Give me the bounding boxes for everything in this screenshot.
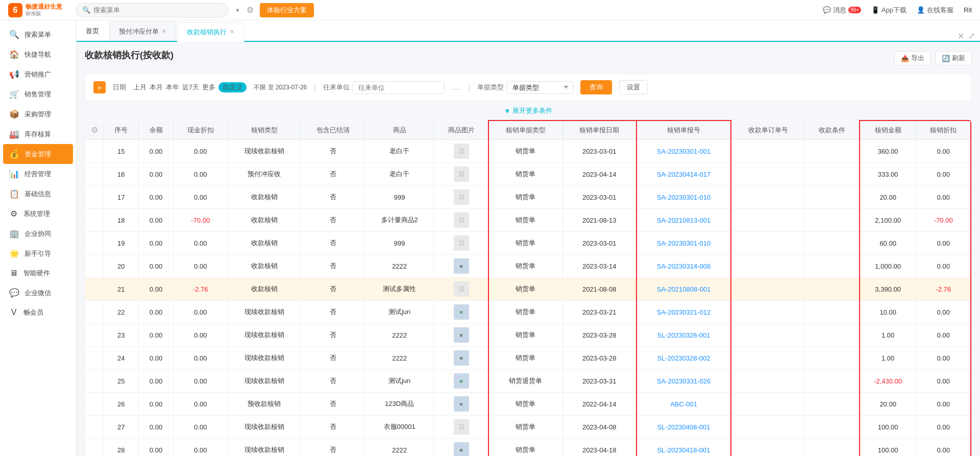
- sidebar-item-label: 采购管理: [24, 110, 51, 119]
- purchase-icon: 📦: [9, 109, 19, 119]
- goods-img-empty: 🖼: [454, 166, 469, 182]
- cell-settings: [85, 232, 104, 255]
- cell-verify-amount: 3,390.00: [860, 278, 916, 301]
- cell-balance: 0.00: [138, 232, 173, 255]
- tab-prepay-close[interactable]: ✕: [162, 28, 166, 35]
- cell-included-settled: 否: [301, 301, 365, 324]
- refresh-icon: 🔄: [942, 55, 950, 62]
- cell-verify-type: 现续收款核销: [228, 439, 301, 457]
- cell-verify-discount: 0.00: [916, 301, 971, 324]
- search-bar[interactable]: 🔍: [76, 3, 229, 17]
- cell-cash-discount: 0.00: [174, 439, 228, 457]
- cell-verify-bill-no[interactable]: SA-20230301-010: [636, 232, 731, 255]
- sidebar-item-hardware[interactable]: 🖥智能硬件: [0, 263, 76, 283]
- online-service-btn[interactable]: 👤 在线客服: [917, 6, 953, 15]
- sidebar-item-finance[interactable]: 💰资金管理: [3, 144, 73, 164]
- cell-verify-bill-no[interactable]: SA-20230321-012: [636, 301, 731, 324]
- cell-verify-bill-date: 2023-03-14: [562, 255, 636, 278]
- cell-goods-img: ■: [434, 370, 488, 393]
- cell-verify-bill-no[interactable]: SL-20230328-001: [636, 324, 731, 347]
- cell-verify-type: 现续收款核销: [228, 301, 301, 324]
- cell-verify-bill-no[interactable]: SA-20230331-026: [636, 370, 731, 393]
- cell-verify-bill-no[interactable]: SA-20230414-017: [636, 163, 731, 186]
- cell-goods-img: 🖼: [434, 232, 488, 255]
- cell-verify-bill-no[interactable]: SL-20230328-002: [636, 347, 731, 370]
- cell-receipt-order-no: [731, 140, 805, 163]
- cell-receipt-condition: [805, 324, 860, 347]
- cell-included-settled: 否: [301, 232, 365, 255]
- export-btn[interactable]: 📤 导出: [894, 51, 931, 65]
- sidebar-item-marketing[interactable]: 📢营销推广: [0, 64, 76, 84]
- sidebar-item-guide[interactable]: 🌟新手引导: [0, 244, 76, 263]
- sidebar-item-sales[interactable]: 🛒销售管理: [0, 84, 76, 104]
- tab-prepay[interactable]: 预付冲应付单 ✕: [109, 21, 176, 41]
- cell-seq: 26: [104, 393, 138, 416]
- close-window-icon[interactable]: ✕: [958, 31, 964, 41]
- cell-verify-amount: -2,430.00: [860, 370, 916, 393]
- cell-verify-bill-no[interactable]: SL-20230408-001: [636, 416, 731, 439]
- cell-verify-bill-no[interactable]: ABC-001: [636, 393, 731, 416]
- sidebar-item-label: 基础信息: [24, 189, 51, 199]
- cell-verify-bill-type: 销货单: [488, 278, 562, 301]
- cell-verify-bill-no[interactable]: SA-20230314-008: [636, 255, 731, 278]
- data-table: ⚙ 序号 余额 现金折扣 核销类型 包含已结清 商品 商品图片 核销单据类型 核…: [85, 120, 971, 456]
- tab-home[interactable]: 首页: [77, 21, 108, 41]
- cell-verify-bill-no[interactable]: SL-20230418-001: [636, 439, 731, 457]
- sidebar-item-search[interactable]: 🔍搜索菜单: [0, 25, 76, 44]
- cell-verify-bill-no[interactable]: SA-20210813-001: [636, 209, 731, 232]
- sidebar-item-inventory[interactable]: 🏭库存核算: [0, 124, 76, 144]
- gear-icon[interactable]: ⚙: [247, 5, 254, 15]
- bill-type-select[interactable]: 单据类型: [507, 81, 573, 94]
- sidebar-item-member[interactable]: V畅会员: [0, 303, 76, 322]
- date-opt-prev-month[interactable]: 上月: [133, 83, 146, 92]
- chevron-down-icon: ▼: [235, 7, 240, 13]
- col-verify-type: 核销类型: [228, 121, 301, 140]
- message-btn[interactable]: 💬 消息 99+: [823, 6, 861, 15]
- cell-verify-bill-date: 2023-03-28: [562, 324, 636, 347]
- app-download-btn[interactable]: 📱 App下载: [871, 6, 906, 15]
- operation-icon: 📊: [9, 169, 19, 179]
- query-btn[interactable]: 查询: [580, 80, 612, 94]
- goods-img-empty: 🖼: [454, 281, 469, 297]
- cell-receipt-order-no: [731, 255, 805, 278]
- filter-sep1: |: [314, 84, 315, 91]
- cell-goods-img: 🖼: [434, 186, 488, 209]
- date-opt-this-year[interactable]: 本年: [166, 83, 179, 92]
- refresh-btn[interactable]: 🔄 刷新: [935, 51, 972, 65]
- cell-included-settled: 否: [301, 439, 365, 457]
- cell-goods: 测试jun: [365, 370, 434, 393]
- date-custom-btn[interactable]: 自定义: [218, 82, 247, 92]
- username[interactable]: Rit: [964, 6, 972, 14]
- sidebar-item-system[interactable]: ⚙系统管理: [0, 204, 76, 224]
- from-unit-input[interactable]: [353, 81, 445, 94]
- date-opt-7days[interactable]: 近7天: [182, 83, 199, 92]
- table-header-row: ⚙ 序号 余额 现金折扣 核销类型 包含已结清 商品 商品图片 核销单据类型 核…: [85, 121, 971, 140]
- tab-collect[interactable]: 收款核销执行 ✕: [177, 22, 244, 42]
- column-settings-icon[interactable]: ⚙: [91, 126, 98, 134]
- sidebar-item-operation[interactable]: 📊经营管理: [0, 164, 76, 184]
- date-opt-this-month[interactable]: 本月: [150, 83, 163, 92]
- cell-verify-bill-no[interactable]: SA-20230301-010: [636, 186, 731, 209]
- col-seq: 序号: [104, 121, 138, 140]
- cell-verify-discount: -70.00: [916, 209, 971, 232]
- search-input[interactable]: [93, 6, 222, 14]
- tab-collect-close[interactable]: ✕: [230, 29, 234, 35]
- sidebar-item-wechat[interactable]: 💬企业微信: [0, 283, 76, 303]
- maximize-icon[interactable]: ⤢: [968, 31, 975, 41]
- sidebar-item-quick-nav[interactable]: 🏠快捷导航: [0, 44, 76, 64]
- cell-verify-bill-no[interactable]: SA-20210808-001: [636, 278, 731, 301]
- cell-goods-img: ■: [434, 347, 488, 370]
- cell-cash-discount: 0.00: [174, 393, 228, 416]
- expand-more-bar[interactable]: ▼ 展开更多条件: [85, 106, 972, 115]
- date-opt-more[interactable]: 更多: [202, 83, 215, 92]
- cell-verify-amount: 10.00: [860, 301, 916, 324]
- cell-receipt-order-no: [731, 347, 805, 370]
- sidebar-item-purchase[interactable]: 📦采购管理: [0, 104, 76, 124]
- industry-btn[interactable]: 体验行业方案: [260, 3, 314, 17]
- sidebar-item-enterprise[interactable]: 🏢企业协同: [0, 224, 76, 244]
- table-row: 17 0.00 0.00 收款核销 否 999 🖼 销货单 2023-03-01…: [85, 186, 971, 209]
- cell-verify-bill-no[interactable]: SA-20230301-001: [636, 140, 731, 163]
- filter-expand-btn[interactable]: »: [93, 81, 106, 93]
- sidebar-item-basic-info[interactable]: 📋基础信息: [0, 184, 76, 204]
- filter-settings-btn[interactable]: 设置: [619, 80, 648, 94]
